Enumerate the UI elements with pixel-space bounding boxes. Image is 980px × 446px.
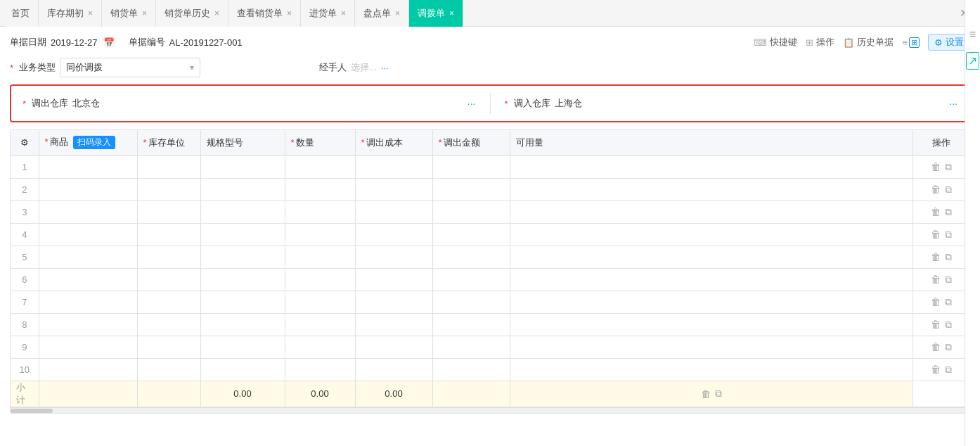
cell-unit (137, 155, 200, 178)
cell-available (510, 313, 913, 336)
copy-row-icon[interactable]: ⧉ (945, 296, 952, 308)
operation-btn[interactable]: ⊞ 操作 (806, 36, 834, 49)
col-unit: *库存单位 (137, 130, 200, 155)
gear-col-header[interactable]: ⚙ (11, 130, 39, 155)
delete-row-icon[interactable]: 🗑 (931, 251, 941, 262)
close-tab-transfer[interactable]: × (449, 8, 454, 18)
tab-view-sales[interactable]: 查看销货单 × (228, 0, 301, 27)
row-number: 8 (11, 313, 39, 336)
cell-qty (285, 246, 355, 268)
tab-sales-order[interactable]: 销货单 × (102, 0, 156, 27)
items-table: ⚙ *商品 扫码录入 *库存单位 规格型号 *数量 *调出成本 *调出金额 可用… (11, 130, 969, 407)
copy-row-icon[interactable]: ⧉ (945, 274, 952, 286)
close-tab-purchase-order[interactable]: × (341, 8, 346, 18)
cell-amount (432, 336, 510, 358)
cell-available (510, 223, 913, 246)
cell-product[interactable] (39, 200, 137, 223)
delete-row-icon[interactable]: 🗑 (931, 341, 941, 352)
scan-input-btn[interactable]: 扫码录入 (73, 136, 115, 149)
copy-icon[interactable]: ⧉ (715, 388, 722, 400)
delete-row-icon[interactable]: 🗑 (931, 274, 941, 285)
tab-home[interactable]: 首页 (6, 0, 39, 27)
list-view-icon[interactable]: ≡ (902, 37, 908, 48)
date-label: 单据日期 (10, 36, 46, 49)
handler-input[interactable]: 选择... (351, 61, 377, 74)
settings-button[interactable]: ⚙ 设置 (928, 34, 970, 51)
cell-amount (432, 291, 510, 313)
copy-row-icon[interactable]: ⧉ (945, 364, 952, 376)
close-tab-inventory-check[interactable]: × (395, 8, 400, 18)
cell-actions: 🗑 ⧉ (913, 155, 969, 178)
table-row: 10 🗑 ⧉ (11, 358, 969, 381)
delete-row-icon[interactable]: 🗑 (931, 319, 941, 330)
cell-product[interactable] (39, 246, 137, 268)
cell-actions: 🗑 ⧉ (913, 178, 969, 200)
copy-row-icon[interactable]: ⧉ (945, 319, 952, 331)
cell-product[interactable] (39, 291, 137, 313)
sidebar-link-icon[interactable]: ↗ (966, 52, 979, 70)
copy-row-icon[interactable]: ⧉ (945, 161, 952, 173)
delete-icon[interactable]: 🗑 (701, 388, 711, 400)
cell-product[interactable] (39, 336, 137, 358)
scroll-bar[interactable] (11, 407, 969, 413)
cell-cost (355, 291, 432, 313)
in-warehouse-more[interactable]: ··· (949, 98, 958, 109)
form-header-left: 单据日期 2019-12-27 📅 单据编号 AL-20191227-001 (10, 36, 243, 49)
cell-product[interactable] (39, 313, 137, 336)
history-btn[interactable]: 📋 历史单据 (843, 36, 894, 49)
quick-key-btn[interactable]: ⌨ 快捷键 (754, 36, 797, 49)
items-table-section: ⚙ *商品 扫码录入 *库存单位 规格型号 *数量 *调出成本 *调出金额 可用… (10, 129, 970, 414)
tab-purchase-order[interactable]: 进货单 × (301, 0, 355, 27)
cell-amount (432, 178, 510, 200)
cell-product[interactable] (39, 358, 137, 381)
cell-amount (432, 358, 510, 381)
cell-actions: 🗑 ⧉ (913, 246, 969, 268)
delete-row-icon[interactable]: 🗑 (931, 296, 941, 307)
close-tab-sales-order[interactable]: × (142, 8, 147, 18)
table-row: 1 🗑 ⧉ (11, 155, 969, 178)
business-type-group: * 业务类型 同价调拨 ▾ (10, 58, 305, 77)
close-tab-inventory-init[interactable]: × (88, 8, 93, 18)
delete-row-icon[interactable]: 🗑 (931, 206, 941, 217)
copy-row-icon[interactable]: ⧉ (945, 251, 952, 263)
cell-amount (432, 268, 510, 291)
cell-spec (200, 358, 285, 381)
cell-product[interactable] (39, 223, 137, 246)
cell-unit (137, 336, 200, 358)
calendar-icon[interactable]: 📅 (103, 37, 115, 48)
copy-row-icon[interactable]: ⧉ (945, 206, 952, 218)
copy-row-icon[interactable]: ⧉ (945, 341, 952, 353)
close-tab-view-sales[interactable]: × (287, 8, 292, 18)
cell-qty (285, 358, 355, 381)
sidebar-list-icon[interactable]: ≡ (969, 28, 976, 41)
content-area: 单据日期 2019-12-27 📅 单据编号 AL-20191227-001 ⌨… (0, 27, 980, 446)
out-warehouse-more[interactable]: ··· (468, 98, 476, 109)
copy-row-icon[interactable]: ⧉ (945, 229, 952, 241)
tab-inventory-check[interactable]: 盘点单 × (355, 0, 409, 27)
in-warehouse-value: 上海仓 (555, 97, 582, 110)
handler-more-icon[interactable]: ··· (381, 63, 389, 73)
cell-product[interactable] (39, 155, 137, 178)
grid-view-icon[interactable]: ⊞ (909, 37, 920, 48)
cell-qty (285, 268, 355, 291)
delete-row-icon[interactable]: 🗑 (931, 161, 941, 172)
table-header-row: ⚙ *商品 扫码录入 *库存单位 规格型号 *数量 *调出成本 *调出金额 可用… (11, 130, 969, 155)
close-tab-sales-history[interactable]: × (214, 8, 219, 18)
tab-sales-history[interactable]: 销货单历史 × (156, 0, 228, 27)
delete-row-icon[interactable]: 🗑 (931, 229, 941, 240)
delete-row-icon[interactable]: 🗑 (931, 184, 941, 195)
arrow-down-icon: ▾ (190, 63, 194, 72)
copy-row-icon[interactable]: ⧉ (945, 184, 952, 196)
business-type-select[interactable]: 同价调拨 ▾ (60, 58, 200, 77)
row-number: 7 (11, 291, 39, 313)
tab-inventory-init[interactable]: 库存期初 × (39, 0, 102, 27)
cell-product[interactable] (39, 178, 137, 200)
cell-actions: 🗑 ⧉ (913, 268, 969, 291)
cell-spec (200, 268, 285, 291)
cell-product[interactable] (39, 268, 137, 291)
business-required-star: * (10, 63, 13, 73)
cell-unit (137, 268, 200, 291)
delete-row-icon[interactable]: 🗑 (931, 364, 941, 375)
tab-transfer[interactable]: 调拨单 × (409, 0, 463, 27)
cell-cost (355, 313, 432, 336)
